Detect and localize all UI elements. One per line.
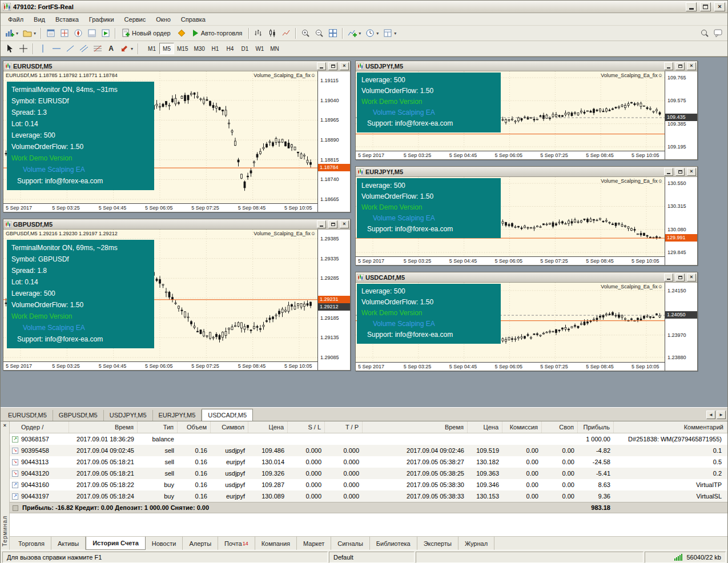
- menu-item[interactable]: Сервис: [119, 14, 151, 25]
- terminal-tab[interactable]: Сигналы: [331, 537, 370, 550]
- history-column-header[interactable]: Цена: [248, 421, 288, 433]
- metaeditor-button[interactable]: [175, 27, 188, 40]
- menu-item[interactable]: Вид: [29, 14, 50, 25]
- terminal-tab[interactable]: Журнал: [458, 537, 494, 550]
- chart-minimize-button[interactable]: [664, 168, 673, 176]
- terminal-tab[interactable]: Маркет: [297, 537, 331, 550]
- chart-close-button[interactable]: ×: [687, 274, 696, 282]
- timeframe-m30[interactable]: M30: [191, 43, 207, 54]
- navigator-button[interactable]: [71, 27, 85, 40]
- crosshair-tool-button[interactable]: [17, 42, 30, 55]
- history-column-header[interactable]: Прибыль: [578, 421, 614, 433]
- timeframe-m5[interactable]: M5: [159, 43, 174, 54]
- terminal-tab[interactable]: Торговля: [12, 537, 51, 550]
- templates-button[interactable]: ▾: [381, 27, 399, 40]
- history-column-header[interactable]: Комментарий: [614, 421, 727, 433]
- chart-tab[interactable]: USDCADf,M5: [202, 409, 253, 421]
- chart-plot-area[interactable]: USDJPYf,M5 109.445 109.449 109.433 109.4…: [356, 71, 665, 151]
- chart-window-titlebar[interactable]: GBPUSDf,M5 ×: [3, 219, 350, 230]
- chart-minimize-button[interactable]: [664, 62, 673, 70]
- chart-candles-button[interactable]: [266, 27, 279, 40]
- timeframe-w1[interactable]: W1: [252, 43, 267, 54]
- terminal-tab[interactable]: История Счета: [86, 537, 146, 550]
- terminal-tab[interactable]: Новости: [146, 537, 183, 550]
- terminal-tab[interactable]: Активы: [51, 537, 86, 550]
- scroll-left-button[interactable]: ◄: [706, 411, 715, 419]
- timeframe-m15[interactable]: M15: [174, 43, 191, 54]
- terminal-tab[interactable]: Компания: [255, 537, 297, 550]
- chart-maximize-button[interactable]: [675, 274, 685, 282]
- arrows-tool-button[interactable]: ▾: [118, 42, 135, 55]
- new-chart-button[interactable]: ▾: [3, 27, 21, 40]
- terminal-tab[interactable]: Почта14: [218, 537, 255, 550]
- history-row[interactable]: ↘904431202017.09.05 05:18:21sell0.16usdj…: [10, 468, 727, 479]
- history-column-header[interactable]: Объем: [178, 421, 211, 433]
- chart-close-button[interactable]: ×: [687, 62, 696, 70]
- menu-item[interactable]: Файл: [3, 14, 29, 25]
- history-row[interactable]: ↗903681572017.09.01 18:36:29balance1 000…: [10, 433, 727, 445]
- chart-line-button[interactable]: [279, 27, 293, 40]
- text-tool-button[interactable]: A: [104, 42, 118, 55]
- chart-close-button[interactable]: ×: [340, 62, 349, 70]
- timeframe-h4[interactable]: H4: [223, 43, 238, 54]
- menu-item[interactable]: Окно: [151, 14, 176, 25]
- terminal-tab[interactable]: Библиотека: [370, 537, 417, 550]
- terminal-button[interactable]: [85, 27, 99, 40]
- periods-button[interactable]: ▾: [363, 27, 381, 40]
- indicators-button[interactable]: ▾: [345, 27, 363, 40]
- close-button[interactable]: ×: [714, 2, 725, 11]
- timeframe-h1[interactable]: H1: [208, 43, 223, 54]
- terminal-close-button[interactable]: ×: [2, 423, 8, 429]
- history-row[interactable]: ↗904431972017.09.05 05:18:24buy0.16eurjp…: [10, 490, 727, 502]
- menu-item[interactable]: Графики: [84, 14, 119, 25]
- chart-window-titlebar[interactable]: USDJPYf,M5 ×: [356, 61, 697, 71]
- chart-maximize-button[interactable]: [328, 62, 337, 70]
- chart-plot-area[interactable]: EURUSDf,M5 1.18785 1.18792 1.18771 1.187…: [3, 71, 318, 203]
- menu-item[interactable]: Вставка: [50, 14, 84, 25]
- history-column-header[interactable]: Цена: [468, 421, 502, 433]
- terminal-tab[interactable]: Алерты: [183, 537, 218, 550]
- zoom-in-button[interactable]: [299, 27, 312, 40]
- zoom-out-button[interactable]: [312, 27, 326, 40]
- history-row[interactable]: ↗904431602017.09.05 05:18:22buy0.16usdjp…: [10, 479, 727, 490]
- chart-maximize-button[interactable]: [675, 62, 685, 70]
- chart-close-button[interactable]: ×: [687, 168, 696, 176]
- timeframe-mn[interactable]: MN: [267, 43, 282, 54]
- search-button[interactable]: [698, 27, 711, 40]
- horizontal-line-tool-button[interactable]: [50, 42, 63, 55]
- data-window-button[interactable]: [58, 27, 71, 40]
- autotrade-button[interactable]: Авто-торговля: [188, 27, 247, 40]
- new-order-button[interactable]: Новый ордер: [118, 27, 175, 40]
- history-column-header[interactable]: Время: [69, 421, 138, 433]
- tile-windows-button[interactable]: [326, 27, 340, 40]
- history-row[interactable]: ↘903954582017.09.04 09:02:45sell0.16usdj…: [10, 445, 727, 456]
- market-watch-button[interactable]: [44, 27, 58, 40]
- profiles-button[interactable]: ▾: [21, 27, 38, 40]
- chart-maximize-button[interactable]: [328, 220, 337, 228]
- history-row[interactable]: ↘904431132017.09.05 05:18:21sell0.16eurj…: [10, 456, 727, 468]
- history-column-header[interactable]: S / L: [288, 421, 325, 433]
- minimize-button[interactable]: [686, 2, 697, 11]
- chat-button[interactable]: [711, 27, 725, 40]
- history-column-header[interactable]: Время: [363, 421, 468, 433]
- chart-window-titlebar[interactable]: USDCADf,M5 ×: [356, 272, 697, 283]
- chart-plot-area[interactable]: USDCADf,M5 1.24034 1.24053 1.24028 1.240…: [356, 283, 665, 362]
- trendline-tool-button[interactable]: [63, 42, 77, 55]
- history-column-header[interactable]: Тип: [138, 421, 178, 433]
- scroll-right-button[interactable]: ►: [717, 411, 726, 419]
- history-column-header[interactable]: Комиссия: [502, 421, 542, 433]
- chart-tab[interactable]: EURJPYf,M5: [153, 410, 202, 421]
- history-column-header[interactable]: Своп: [542, 421, 578, 433]
- channel-tool-button[interactable]: [77, 42, 91, 55]
- chart-plot-area[interactable]: GBPUSDf,M5 1.29216 1.29230 1.29197 1.292…: [3, 230, 318, 361]
- chart-tab[interactable]: USDJPYf,M5: [104, 410, 153, 421]
- chart-bars-button[interactable]: [252, 27, 266, 40]
- chart-maximize-button[interactable]: [675, 168, 685, 176]
- chart-window-titlebar[interactable]: EURUSDf,M5 ×: [3, 61, 350, 71]
- timeframe-m1[interactable]: M1: [144, 43, 159, 54]
- chart-plot-area[interactable]: EURJPYf,M5 129.995 130.006 129.982 129.9…: [356, 177, 665, 256]
- status-profile[interactable]: Default: [329, 552, 415, 563]
- chart-tab[interactable]: GBPUSDf,M5: [53, 410, 104, 421]
- menu-item[interactable]: Справка: [176, 14, 211, 25]
- maximize-button[interactable]: [700, 2, 711, 11]
